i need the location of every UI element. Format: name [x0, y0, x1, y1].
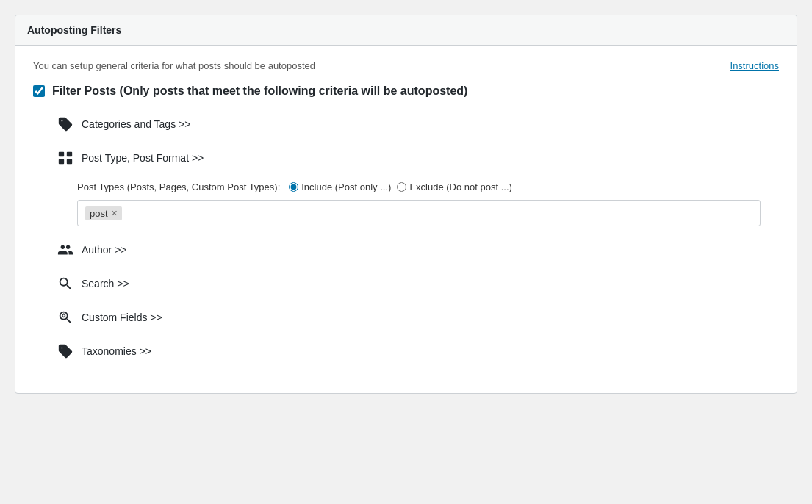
- author-icon: [55, 240, 76, 260]
- taxonomies-item[interactable]: Taxonomies >>: [55, 341, 779, 361]
- tag-icon: [55, 114, 76, 134]
- include-radio[interactable]: [289, 182, 298, 192]
- custom-fields-label: Custom Fields >>: [82, 312, 162, 323]
- author-label: Author >>: [82, 244, 127, 256]
- post-tag-post: post ✕: [85, 206, 122, 220]
- categories-tags-label: Categories and Tags >>: [82, 118, 190, 130]
- custom-fields-item[interactable]: Custom Fields >>: [55, 307, 779, 328]
- categories-tags-item[interactable]: Categories and Tags >>: [55, 114, 779, 134]
- filter-items-top: Categories and Tags >> Post Type, Post F…: [33, 114, 779, 361]
- exclude-radio-label: Exclude (Do not post ...): [409, 181, 511, 192]
- post-tag-remove[interactable]: ✕: [111, 209, 118, 218]
- bottom-divider: [33, 375, 779, 375]
- include-radio-label: Include (Post only ...): [301, 181, 391, 192]
- taxonomies-icon: [55, 341, 76, 361]
- panel-title: Autoposting Filters: [27, 24, 121, 36]
- author-item[interactable]: Author >>: [55, 240, 779, 260]
- include-radio-option[interactable]: Include (Post only ...): [289, 181, 391, 192]
- autoposting-filters-panel: Autoposting Filters You can setup genera…: [15, 15, 797, 394]
- search-label: Search >>: [82, 278, 129, 289]
- panel-header: Autoposting Filters: [15, 15, 797, 46]
- search-icon: [55, 273, 76, 294]
- post-tags-input[interactable]: post ✕: [77, 200, 761, 226]
- svg-point-4: [62, 314, 65, 317]
- post-types-row: Post Types (Posts, Pages, Custom Post Ty…: [77, 181, 779, 192]
- instructions-link[interactable]: Instructions: [730, 60, 779, 71]
- exclude-radio-option[interactable]: Exclude (Do not post ...): [397, 181, 511, 192]
- customfields-icon: [55, 307, 76, 328]
- posttype-icon: [55, 148, 76, 168]
- svg-rect-1: [67, 152, 72, 156]
- taxonomies-label: Taxonomies >>: [82, 345, 151, 357]
- top-row: You can setup general criteria for what …: [33, 60, 779, 71]
- svg-rect-2: [59, 159, 64, 164]
- svg-rect-3: [67, 159, 72, 164]
- post-type-format-item[interactable]: Post Type, Post Format >>: [55, 148, 779, 168]
- svg-rect-0: [59, 152, 64, 156]
- filter-posts-label: Filter Posts (Only posts that meet the f…: [52, 84, 467, 98]
- filter-checkbox-row: Filter Posts (Only posts that meet the f…: [33, 84, 779, 98]
- post-tag-value: post: [90, 208, 108, 219]
- post-types-label: Post Types (Posts, Pages, Custom Post Ty…: [77, 181, 280, 192]
- exclude-radio[interactable]: [397, 182, 406, 192]
- description-text: You can setup general criteria for what …: [33, 60, 315, 71]
- post-type-format-label: Post Type, Post Format >>: [82, 152, 204, 164]
- panel-body: You can setup general criteria for what …: [15, 46, 797, 393]
- search-item[interactable]: Search >>: [55, 273, 779, 294]
- post-types-section: Post Types (Posts, Pages, Custom Post Ty…: [55, 181, 779, 226]
- filter-posts-checkbox[interactable]: [33, 85, 45, 97]
